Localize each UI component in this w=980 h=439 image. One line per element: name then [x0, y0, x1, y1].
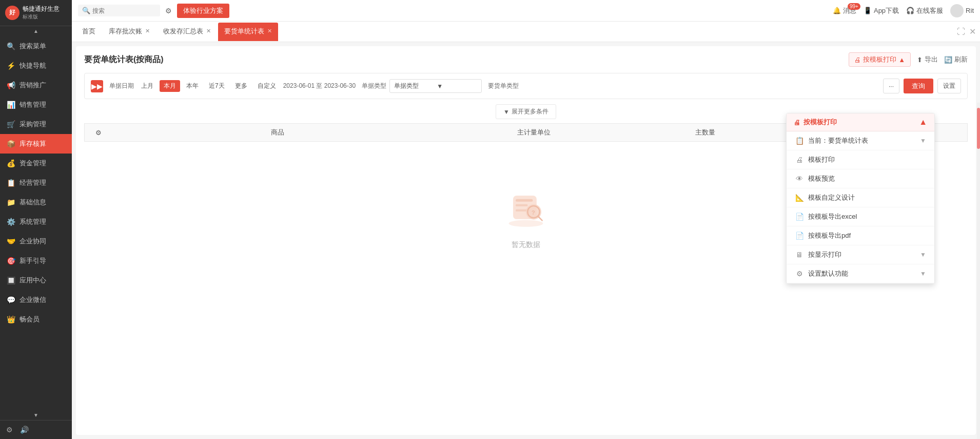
tab-batch-account[interactable]: 库存批次账 ✕ [103, 23, 156, 41]
sidebar-item-operations[interactable]: 📋 经营管理 [0, 173, 72, 193]
refresh-icon: 🔄 [944, 56, 952, 64]
user-menu-button[interactable]: Rit [950, 4, 974, 17]
content-panel: 要货单统计表(按商品) 🖨 按模板打印 ▲ ⬆ 导出 🔄 刷新 [76, 46, 976, 435]
sidebar-item-finance[interactable]: 💰 资金管理 [0, 154, 72, 173]
template-preview-label: 模板预览 [808, 174, 926, 183]
online-service-button[interactable]: 🎧 在线客服 [906, 6, 943, 15]
notifications-button[interactable]: 🔔 消息 99+ [833, 6, 856, 15]
export-icon: ⬆ [917, 56, 923, 64]
svg-text:?: ? [532, 209, 535, 216]
purchase-icon: 🛒 [6, 120, 15, 128]
footer-sound-icon[interactable]: 🔊 [20, 426, 29, 434]
print-btn-label: 按模板打印 [863, 55, 896, 64]
scrollbar-thumb[interactable] [977, 108, 980, 149]
sidebar-scroll-up[interactable]: ▲ [0, 26, 72, 36]
app-download-button[interactable]: 📱 App下载 [864, 6, 899, 15]
tab-maximize-button[interactable]: ⛶ [957, 27, 965, 36]
topbar-search-box[interactable]: 🔍 [78, 5, 160, 16]
order-type-filter-group: 要货单类型 [488, 82, 519, 90]
print-popup-header: 🖨 按模板打印 ▲ [787, 113, 934, 131]
export-button[interactable]: ⬆ 导出 [917, 55, 938, 64]
footer-settings-icon[interactable]: ⚙ [6, 426, 13, 434]
filter-expand-button[interactable]: ▶▶ [91, 80, 103, 92]
printer-icon: 🖨 [854, 56, 861, 64]
member-icon: 👑 [6, 315, 15, 323]
sidebar-item-basic[interactable]: 📁 基础信息 [0, 193, 72, 212]
right-scrollbar[interactable] [977, 103, 980, 439]
excel-icon: 📄 [795, 213, 804, 221]
tab-close-icon[interactable]: ✕ [145, 28, 150, 34]
sidebar-item-purchase[interactable]: 🛒 采购管理 [0, 114, 72, 134]
sidebar-item-quick-nav[interactable]: ⚡ 快捷导航 [0, 56, 72, 75]
sidebar-item-label: 企业微信 [19, 295, 46, 304]
popup-template-print[interactable]: 🖨 模板打印 [787, 150, 934, 169]
sidebar-item-sales[interactable]: 📊 销售管理 [0, 95, 72, 114]
settings-button[interactable]: 设置 [937, 79, 961, 93]
sidebar-item-marketing[interactable]: 📢 营销推广 [0, 75, 72, 95]
sidebar-scroll-down[interactable]: ▼ [0, 410, 72, 420]
print-popup-close-button[interactable]: ▲ [919, 118, 927, 127]
tab-label: 要货单统计表 [224, 27, 264, 36]
date-tab-more[interactable]: 更多 [231, 80, 251, 92]
sidebar-item-newbie[interactable]: 🎯 新手引导 [0, 251, 72, 271]
bell-icon: 🔔 [833, 7, 841, 14]
app-download-label: App下载 [874, 6, 899, 15]
sidebar-item-wechat[interactable]: 💬 企业微信 [0, 290, 72, 310]
topbar: 🔍 ⚙ 体验行业方案 🔔 消息 99+ 📱 App下载 🎧 在线客服 Rit [72, 0, 980, 22]
tab-home[interactable]: 首页 [76, 23, 102, 41]
system-icon: ⚙️ [6, 218, 15, 226]
tab-bar: 首页 库存批次账 ✕ 收发存汇总表 ✕ 要货单统计表 ✕ ⛶ ✕ [72, 22, 980, 42]
expand-more-conditions[interactable]: ▼ 展开更多条件 [496, 104, 556, 119]
tab-label: 收发存汇总表 [163, 27, 203, 36]
newbie-icon: 🎯 [6, 257, 15, 265]
app-name: 畅捷通好生意 [23, 5, 60, 13]
tab-receipt-summary[interactable]: 收发存汇总表 ✕ [157, 23, 217, 41]
date-tab-this-month[interactable]: 本月 [160, 80, 180, 92]
date-tab-custom[interactable]: 自定义 [253, 80, 280, 92]
settings-gear-button[interactable]: ⚙ [165, 7, 172, 15]
tab-close-all-button[interactable]: ✕ [969, 27, 976, 36]
page-title: 要货单统计表(按商品) [84, 54, 164, 65]
popup-template-excel[interactable]: 📄 按模板导出excel [787, 207, 934, 226]
date-tab-this-year[interactable]: 本年 [182, 80, 203, 92]
col-settings[interactable]: ⚙ [91, 129, 106, 137]
template-design-label: 模板自定义设计 [808, 193, 926, 202]
popup-current-template[interactable]: 📋 当前：要货单统计表 ▼ [787, 131, 934, 150]
sidebar-item-label: 销售管理 [19, 100, 46, 109]
popup-display-print[interactable]: 🖥 按显示打印 ▼ [787, 245, 934, 264]
sidebar-item-label: 搜索菜单 [19, 42, 46, 51]
more-options-button[interactable]: ··· [883, 79, 899, 93]
type-filter-select[interactable]: 单据类型 ▼ [389, 79, 482, 93]
sidebar-item-label: 库存核算 [19, 139, 46, 148]
template-icon: 📋 [795, 137, 804, 145]
sidebar-item-search[interactable]: 🔍 搜索菜单 [0, 36, 72, 56]
search-input[interactable] [92, 7, 154, 14]
sidebar-item-member[interactable]: 👑 畅会员 [0, 310, 72, 329]
sidebar-footer: ⚙ 🔊 [0, 420, 72, 439]
date-tab-last-month[interactable]: 上月 [137, 80, 158, 92]
sidebar-item-apps[interactable]: 🔲 应用中心 [0, 271, 72, 290]
popup-template-preview[interactable]: 👁 模板预览 [787, 169, 934, 188]
sidebar-item-enterprise[interactable]: 🤝 企业协同 [0, 232, 72, 251]
popup-template-design[interactable]: 📐 模板自定义设计 [787, 188, 934, 207]
sidebar-item-system[interactable]: ⚙️ 系统管理 [0, 212, 72, 232]
popup-default-func[interactable]: ⚙ 设置默认功能 ▼ [787, 264, 934, 283]
tab-close-icon[interactable]: ✕ [206, 28, 211, 34]
sidebar-item-inventory[interactable]: 📦 库存核算 [0, 134, 72, 154]
refresh-button[interactable]: 🔄 刷新 [944, 55, 968, 64]
enterprise-icon: 🤝 [6, 237, 15, 245]
refresh-label: 刷新 [954, 55, 968, 64]
trial-industry-button[interactable]: 体验行业方案 [177, 4, 229, 18]
print-popup: 🖨 按模板打印 ▲ 📋 当前：要货单统计表 ▼ 🖨 模板打印 👁 模板预 [786, 113, 935, 284]
print-template-button[interactable]: 🖨 按模板打印 ▲ [849, 52, 911, 67]
date-tab-7days[interactable]: 近7天 [205, 80, 229, 92]
popup-template-pdf[interactable]: 📄 按模板导出pdf [787, 226, 934, 245]
headset-icon: 🎧 [906, 7, 914, 14]
pdf-icon: 📄 [795, 232, 804, 240]
tab-close-icon[interactable]: ✕ [267, 28, 272, 34]
online-service-label: 在线客服 [916, 6, 943, 15]
tab-order-stats[interactable]: 要货单统计表 ✕ [218, 23, 278, 41]
current-template-label: 当前：要货单统计表 [808, 136, 916, 145]
svg-rect-2 [516, 199, 533, 202]
query-button[interactable]: 查询 [904, 79, 933, 93]
